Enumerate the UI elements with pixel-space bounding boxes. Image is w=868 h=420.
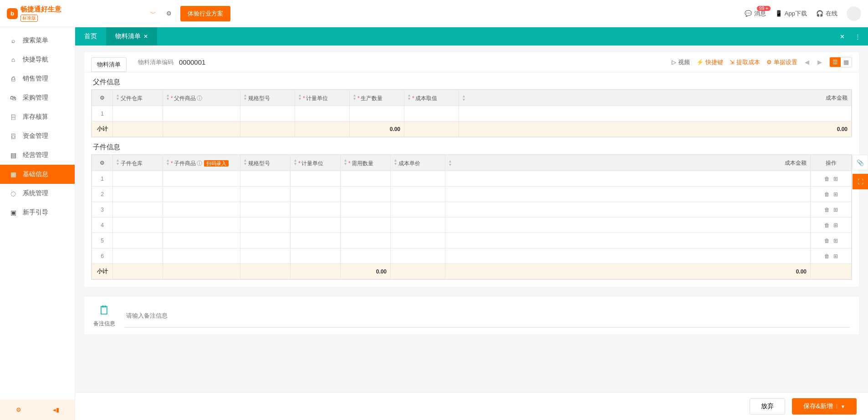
org-selector[interactable]: ﹀ (89, 8, 161, 20)
col-child-product[interactable]: ▴▾*子件商品ⓘ扫码录入 (163, 155, 240, 171)
col-parent-cost-amt[interactable]: ▴▾成本金额 (459, 90, 852, 106)
brand-icon: b (7, 8, 18, 19)
discard-button[interactable]: 放弃 (750, 398, 785, 415)
parent-table: ⚙ ▴▾父件仓库 ▴▾*父件商品ⓘ ▴▾规格型号 ▴▾*计量单位 ▴▾*生产数量… (91, 89, 852, 137)
panel-tab-bom[interactable]: 物料清单 (91, 57, 127, 72)
sidebar-item-2[interactable]: ⎙销售管理 (0, 69, 75, 88)
sidebar-icon: ▤ (9, 152, 17, 159)
sidebar-item-label: 新手引导 (23, 208, 48, 217)
child-row[interactable]: 1🗑⊞ (92, 171, 852, 187)
app-download-label: App下载 (785, 10, 807, 18)
tab-bom-label: 物料清单 (115, 32, 141, 40)
gear-icon[interactable]: ⚙ (100, 95, 105, 101)
sidebar-item-4[interactable]: ⌸库存核算 (0, 107, 75, 127)
add-row-icon[interactable]: ⊞ (833, 191, 838, 197)
save-and-new-button[interactable]: 保存&新增 ▼ (792, 398, 857, 415)
add-row-icon[interactable]: ⊞ (833, 238, 838, 244)
sidebar-icon: ⌕ (9, 37, 17, 44)
parent-subtotal-row: 小计 0.00 0.00 (92, 121, 852, 137)
sidebar-item-3[interactable]: 🛍采购管理 (0, 88, 75, 107)
org-name-placeholder (93, 10, 147, 18)
col-parent-product[interactable]: ▴▾*父件商品ⓘ (163, 90, 240, 106)
info-icon: ⓘ (197, 160, 202, 167)
sidebar-item-7[interactable]: ▦基础信息 (0, 165, 75, 184)
sidebar-item-label: 库存核算 (23, 113, 48, 121)
sidebar-item-9[interactable]: ▣新手引导 (0, 203, 75, 222)
child-row[interactable]: 3🗑⊞ (92, 202, 852, 218)
fullscreen-icon[interactable]: ⛶ (853, 174, 868, 189)
delete-row-icon[interactable]: 🗑 (824, 191, 830, 197)
prev-record-icon[interactable]: ◀ (804, 59, 810, 66)
col-parent-spec[interactable]: ▴▾规格型号 (240, 90, 295, 106)
video-label: 视频 (678, 58, 690, 66)
child-row[interactable]: 5🗑⊞ (92, 233, 852, 248)
doc-settings-button[interactable]: ⚙ 单据设置 (766, 58, 797, 66)
sidebar-item-0[interactable]: ⌕搜索菜单 (0, 31, 75, 50)
col-parent-qty[interactable]: ▴▾*生产数量 (350, 90, 404, 106)
tabs-close-all-icon[interactable]: ✕ (837, 32, 848, 41)
sidebar-icon: ▦ (9, 171, 17, 178)
app-download-button[interactable]: 📱 App下载 (775, 10, 807, 18)
col-child-warehouse[interactable]: ▴▾子件仓库 (113, 155, 163, 171)
sidebar-item-6[interactable]: ▤经营管理 (0, 146, 75, 165)
messages-button[interactable]: 💬 消息 99 + (745, 10, 766, 18)
extract-cost-button[interactable]: ⇲ 提取成本 (730, 58, 760, 66)
sidebar-icon: ◌ (9, 190, 17, 197)
scan-input-badge[interactable]: 扫码录入 (204, 160, 229, 167)
add-row-icon[interactable]: ⊞ (833, 176, 838, 182)
user-avatar[interactable] (847, 6, 861, 21)
edition-badge: 标准版 (20, 15, 38, 22)
gear-icon[interactable]: ⚙ (164, 8, 174, 19)
delete-row-icon[interactable]: 🗑 (824, 238, 830, 244)
col-parent-uom[interactable]: ▴▾*计量单位 (295, 90, 350, 106)
add-row-icon[interactable]: ⊞ (833, 222, 838, 228)
tabs-more-icon[interactable]: ⋮ (852, 32, 863, 41)
attachment-icon[interactable]: 📎 (853, 155, 868, 170)
col-child-qty[interactable]: ▴▾*需用数量 (341, 155, 391, 171)
remark-input[interactable] (124, 304, 850, 328)
child-row[interactable]: 2🗑⊞ (92, 187, 852, 202)
child-row[interactable]: 4🗑⊞ (92, 218, 852, 233)
sidebar-icon: ▣ (9, 209, 17, 216)
shortcut-button[interactable]: ⚡ 快捷键 (696, 58, 723, 66)
view-card-icon[interactable]: ▦ (841, 57, 852, 67)
col-child-cost-amt[interactable]: ▴▾成本金额 (445, 155, 811, 171)
next-record-icon[interactable]: ▶ (817, 59, 823, 66)
sidebar-icon: 🛍 (9, 94, 17, 101)
phone-icon: 📱 (775, 10, 782, 17)
delete-row-icon[interactable]: 🗑 (824, 176, 830, 182)
sidebar-icon: ⌂ (9, 56, 17, 63)
close-icon[interactable]: ✕ (143, 33, 148, 40)
sidebar-item-8[interactable]: ◌系统管理 (0, 184, 75, 203)
add-row-icon[interactable]: ⊞ (833, 253, 838, 259)
col-child-unit-cost[interactable]: ▴▾成本单价 (391, 155, 445, 171)
remark-label: 备注信息 (93, 320, 115, 328)
sidebar-item-5[interactable]: ⌼资金管理 (0, 127, 75, 146)
add-row-icon[interactable]: ⊞ (833, 207, 838, 213)
trial-button[interactable]: 体验行业方案 (180, 6, 230, 21)
tab-home[interactable]: 首页 (75, 27, 106, 46)
sidebar-item-1[interactable]: ⌂快捷导航 (0, 50, 75, 69)
col-child-uom[interactable]: ▴▾*计量单位 (291, 155, 341, 171)
parent-row[interactable]: 1 (92, 106, 852, 121)
delete-row-icon[interactable]: 🗑 (824, 253, 830, 259)
tab-home-label: 首页 (84, 32, 97, 40)
view-list-icon[interactable]: ☰ (830, 57, 841, 67)
gear-icon[interactable]: ⚙ (100, 160, 105, 166)
online-support-button[interactable]: 🎧 在线 (816, 10, 837, 18)
delete-row-icon[interactable]: 🗑 (824, 222, 830, 228)
tab-bom[interactable]: 物料清单 ✕ (106, 27, 157, 46)
panel-header: 物料清单 物料清单编码 0000001 ▷ 视频 ⚡ 快捷键 (84, 52, 859, 72)
chevron-down-icon[interactable]: ▼ (837, 404, 845, 409)
sidebar-settings-icon[interactable]: ⚙ (16, 406, 21, 413)
sidebar-collapse-icon[interactable]: ◂▮ (53, 406, 59, 413)
delete-row-icon[interactable]: 🗑 (824, 207, 830, 213)
col-child-spec[interactable]: ▴▾规格型号 (240, 155, 291, 171)
col-parent-warehouse[interactable]: ▴▾父件仓库 (113, 90, 163, 106)
sidebar-item-label: 快捷导航 (23, 56, 48, 64)
col-parent-cost-take[interactable]: ▴▾*成本取值 (404, 90, 459, 106)
child-row[interactable]: 6🗑⊞ (92, 248, 852, 264)
info-icon: ⓘ (197, 95, 202, 101)
sidebar-icon: ⌸ (9, 113, 17, 121)
video-button[interactable]: ▷ 视频 (672, 58, 690, 66)
